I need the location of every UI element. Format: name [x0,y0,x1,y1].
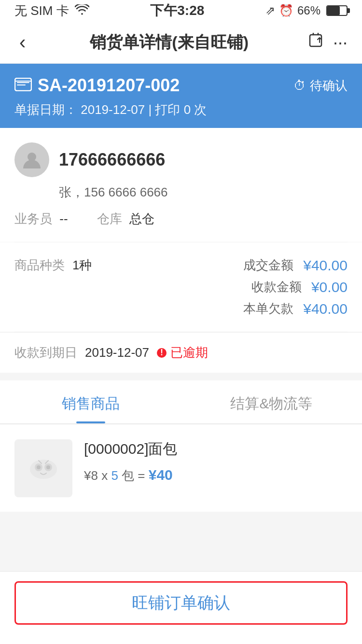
battery-icon [326,5,348,16]
tabs-container: 销售商品 结算&物流等 [0,380,362,424]
customer-card: 17666666666 张，156 6666 6666 业务员 -- 仓库 总仓 [0,128,362,242]
section-divider [0,373,362,380]
order-header: SA-20191207-002 ⏱ 待确认 单据日期： 2019-12-07 |… [0,64,362,128]
product-info: [0000002]面包 ¥8 x 5 包 = ¥40 [84,439,348,484]
order-id: SA-20191207-002 [14,75,180,96]
back-button[interactable]: ‹ [14,27,30,58]
product-list: [0000002]面包 ¥8 x 5 包 = ¥40 [0,425,362,512]
product-name: [0000002]面包 [84,439,348,459]
share-button[interactable] [308,32,323,53]
location-icon: ⇗ [265,4,275,17]
battery-percent: 66% [297,4,320,17]
svg-point-6 [37,465,41,469]
more-button[interactable]: ··· [333,32,348,53]
product-thumbnail [14,439,72,497]
bottom-bar: 旺铺订单确认 [0,571,362,644]
deal-amount-row: 成交金额 ¥40.00 [243,257,348,274]
status-bar: 无 SIM 卡 下午3:28 ⇗ ⏰ 66% [0,0,362,21]
nav-actions: ··· [308,32,348,53]
svg-point-7 [46,465,50,469]
customer-meta: 业务员 -- 仓库 总仓 [14,210,348,227]
status-right: ⇗ ⏰ 66% [265,4,348,17]
amount-summary: 成交金额 ¥40.00 收款金额 ¥0.00 本单欠款 ¥40.00 [243,257,348,317]
table-row: [0000002]面包 ¥8 x 5 包 = ¥40 [0,425,362,512]
clock-icon: ⏱ [293,78,306,93]
status-left: 无 SIM 卡 [14,2,89,19]
customer-name: 张，156 6666 6666 [14,184,348,201]
customer-avatar [14,142,49,177]
warehouse-field: 仓库 总仓 [97,210,154,227]
carrier-text: 无 SIM 卡 [14,2,69,19]
alarm-icon: ⏰ [279,4,293,17]
confirm-order-button[interactable]: 旺铺订单确认 [14,581,348,625]
product-price: ¥8 x 5 包 = ¥40 [84,467,348,484]
page-title: 销货单详情(来自旺铺) [90,31,249,54]
due-date-card: 收款到期日 2019-12-07 ! 已逾期 [0,332,362,373]
tab-settlement[interactable]: 结算&物流等 [181,380,362,423]
salesman-field: 业务员 -- [14,210,68,227]
svg-point-3 [30,460,57,479]
overdue-badge: ! 已逾期 [157,344,208,361]
wifi-icon [75,3,89,18]
product-type: 商品种类 1种 [14,257,92,274]
nav-bar: ‹ 销货单详情(来自旺铺) ··· [0,21,362,64]
owed-row: 本单欠款 ¥40.00 [243,300,348,317]
tab-products[interactable]: 销售商品 [0,380,181,423]
order-icon [14,75,32,96]
customer-phone: 17666666666 [59,150,165,170]
order-date: 单据日期： 2019-12-07 | 打印 0 次 [14,101,348,118]
time-display: 下午3:28 [150,1,204,20]
order-status: ⏱ 待确认 [293,77,348,94]
overdue-icon: ! [157,348,167,358]
received-row: 收款金额 ¥0.00 [251,279,348,295]
summary-card: 商品种类 1种 成交金额 ¥40.00 收款金额 ¥0.00 本单欠款 ¥40.… [0,242,362,332]
